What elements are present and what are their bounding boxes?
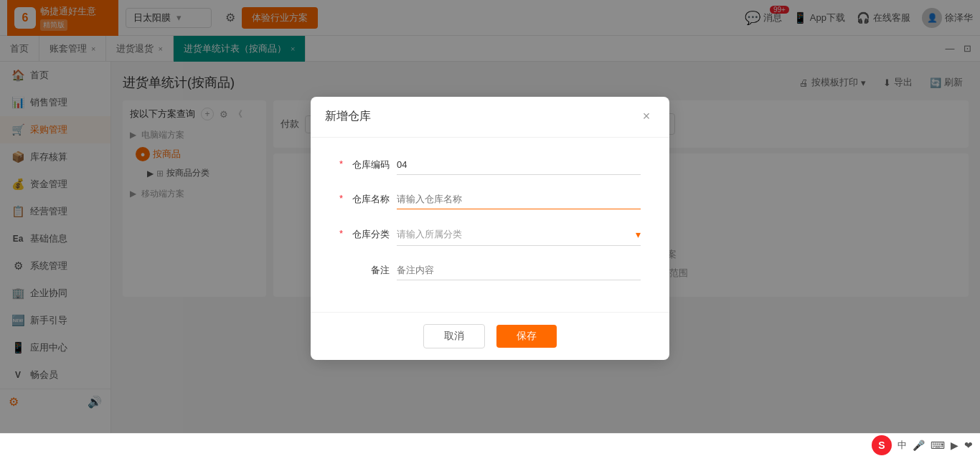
dialog-body: 仓库编码 仓库名称 仓库分类 请输入所属分类 ▾ 备注 [311,138,669,312]
cancel-btn[interactable]: 取消 [423,324,485,348]
code-label: 仓库编码 [339,158,397,171]
form-row-name: 仓库名称 [339,189,641,209]
overlay[interactable]: 新增仓库 × 仓库编码 仓库名称 仓库分类 请输入所属分类 ▾ [0,0,980,456]
form-row-code: 仓库编码 [339,155,641,175]
dialog-footer: 取消 保存 [311,312,669,360]
category-select[interactable]: 请输入所属分类 ▾ [397,224,641,246]
dialog-title: 新增仓库 [325,109,371,124]
dialog-header: 新增仓库 × [311,97,669,138]
s-logo: S [872,435,892,455]
mic-icon[interactable]: 🎤 [913,440,925,451]
name-label: 仓库名称 [339,193,397,206]
chinese-input-icon[interactable]: 中 [897,439,907,452]
remark-input[interactable] [397,260,641,280]
form-row-remark: 备注 [339,260,641,280]
category-label: 仓库分类 [339,228,397,241]
category-placeholder: 请输入所属分类 [397,228,462,241]
save-btn[interactable]: 保存 [496,325,557,348]
keyboard-icon[interactable]: ⌨ [930,440,945,451]
code-input[interactable] [397,155,641,175]
dialog-new-warehouse: 新增仓库 × 仓库编码 仓库名称 仓库分类 请输入所属分类 ▾ [311,97,669,360]
bottom-bar: S 中 🎤 ⌨ ▶ ❤ [0,433,980,456]
heart-icon[interactable]: ❤ [964,440,973,451]
form-row-category: 仓库分类 请输入所属分类 ▾ [339,224,641,246]
settings-bottom-icon[interactable]: ▶ [951,440,958,451]
name-input[interactable] [397,189,641,209]
dialog-close-btn[interactable]: × [638,108,655,125]
category-dropdown-arrow: ▾ [636,229,641,240]
remark-label: 备注 [339,264,397,277]
